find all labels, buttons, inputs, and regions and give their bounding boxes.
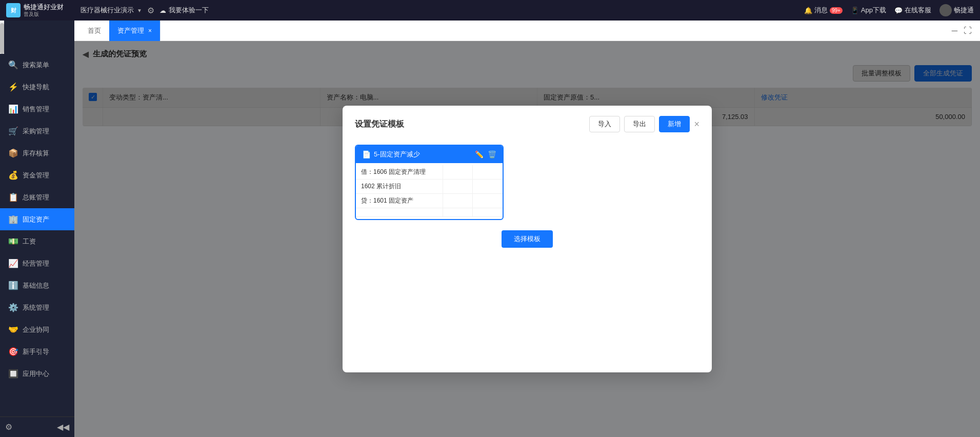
bell-icon: 🔔 xyxy=(804,7,812,14)
sidebar-item-inventory[interactable]: 📦 库存核算 xyxy=(0,142,74,164)
modal-title: 设置凭证模板 xyxy=(355,119,404,130)
sidebar-item-search[interactable]: 🔍 搜索菜单 xyxy=(0,54,74,76)
import-btn[interactable]: 导入 xyxy=(589,116,620,132)
appcenter-icon: 🔲 xyxy=(8,369,18,379)
company-selector[interactable]: 医疗器械行业演示 ▼ xyxy=(81,6,142,15)
template-card-body: 借：1606 固定资产清理 1602 累计折旧 xyxy=(356,163,503,219)
guide-icon: 🎯 xyxy=(8,347,18,356)
sidebar-item-quicknav[interactable]: ⚡ 快捷导航 xyxy=(0,76,74,98)
capital-icon: 💰 xyxy=(8,170,18,180)
logo-text: 畅捷通好业财 普及版 xyxy=(24,3,64,17)
sidebar-item-purchase[interactable]: 🛒 采购管理 xyxy=(0,120,74,142)
sidebar-item-sales[interactable]: 📊 销售管理 xyxy=(0,98,74,120)
sidebar-item-basic[interactable]: ℹ️ 基础信息 xyxy=(0,274,74,296)
debit-col-1 xyxy=(443,165,473,180)
fixed-assets-icon: 🏢 xyxy=(8,214,18,224)
top-bar-right: 🔔 消息 99+ 📱 App下载 💬 在线客服 畅捷通 xyxy=(804,4,974,16)
template-table-row-1: 借：1606 固定资产清理 xyxy=(356,165,503,180)
page-area: 首页 资产管理 × ─ ⛶ ◀ 生成的凭证预览 xyxy=(74,21,980,437)
sidebar-item-ledger[interactable]: 📋 总账管理 xyxy=(0,186,74,208)
sidebar-collapse-icon[interactable]: ◀◀ xyxy=(57,422,69,432)
template-card-header: 📄 5-固定资产减少 ✏️ 🗑️ xyxy=(356,146,503,163)
tab-asset-management[interactable]: 资产管理 × xyxy=(109,21,161,41)
credit-col-2 xyxy=(473,180,503,194)
template-header-left: 📄 5-固定资产减少 xyxy=(362,150,420,159)
content-area: ◀ 生成的凭证预览 批量调整模板 全部生成凭证 ✓ 变动类型：资产清... xyxy=(74,41,980,437)
modal-close-btn[interactable]: × xyxy=(694,119,699,130)
modal-header: 设置凭证模板 导入 导出 新增 × xyxy=(343,106,712,132)
collab-icon: 🤝 xyxy=(8,325,18,334)
dropdown-arrow-icon: ▼ xyxy=(137,8,142,13)
experience-btn[interactable]: ☁ 我要体验一下 xyxy=(159,6,209,15)
service-icon: 💬 xyxy=(894,7,903,14)
purchase-icon: 🛒 xyxy=(8,126,18,136)
credit-col-3 xyxy=(473,194,503,208)
online-service-btn[interactable]: 💬 在线客服 xyxy=(894,6,931,15)
scrollbar-thumb[interactable] xyxy=(0,23,4,54)
tab-home[interactable]: 首页 xyxy=(79,21,109,41)
top-bar: 财 畅捷通好业财 普及版 医疗器械行业演示 ▼ ⚙ ☁ 我要体验一下 🔔 消息 … xyxy=(0,0,980,21)
template-table-row-4 xyxy=(356,208,503,217)
sidebar-item-system[interactable]: ⚙️ 系统管理 xyxy=(0,296,74,319)
maximize-icon[interactable]: ⛶ xyxy=(961,26,975,35)
template-card-actions: ✏️ 🗑️ xyxy=(475,150,496,158)
system-icon: ⚙️ xyxy=(8,303,18,312)
modal-dialog: 设置凭证模板 导入 导出 新增 × xyxy=(343,106,712,372)
tab-close-icon[interactable]: × xyxy=(148,27,152,34)
inventory-icon: 📦 xyxy=(8,148,18,158)
account-col-2: 1602 累计折旧 xyxy=(356,180,443,194)
basic-info-icon: ℹ️ xyxy=(8,281,18,290)
tab-bar-right: ─ ⛶ xyxy=(949,26,980,35)
user-avatar[interactable]: 畅捷通 xyxy=(939,4,974,16)
account-col-1: 借：1606 固定资产清理 xyxy=(356,165,443,180)
download-icon: 📱 xyxy=(851,7,859,14)
credit-col-4 xyxy=(473,208,503,217)
template-card: 📄 5-固定资产减少 ✏️ 🗑️ xyxy=(355,145,504,220)
sidebar-gear-icon[interactable]: ⚙ xyxy=(5,422,12,432)
app-download-btn[interactable]: 📱 App下载 xyxy=(851,6,886,15)
avatar xyxy=(939,4,952,16)
sidebar-item-guide[interactable]: 🎯 新手引导 xyxy=(0,341,74,363)
debit-col-3 xyxy=(443,194,473,208)
template-table-row-2: 1602 累计折旧 xyxy=(356,180,503,194)
search-icon: 🔍 xyxy=(8,60,18,70)
account-col-4 xyxy=(356,208,443,217)
template-edit-icon[interactable]: ✏️ xyxy=(475,150,484,158)
app-logo: 财 畅捷通好业财 普及版 xyxy=(6,3,81,17)
sidebar-scroll: 🔍 搜索菜单 ⚡ 快捷导航 📊 销售管理 🛒 采购管理 📦 库存核算 xyxy=(0,54,74,416)
sales-icon: 📊 xyxy=(8,104,18,114)
ledger-icon: 📋 xyxy=(8,192,18,202)
export-btn[interactable]: 导出 xyxy=(624,116,655,132)
sidebar-item-capital[interactable]: 💰 资金管理 xyxy=(0,164,74,186)
top-bar-center: 医疗器械行业演示 ▼ ⚙ ☁ 我要体验一下 xyxy=(81,6,804,15)
sidebar: 🔍 搜索菜单 ⚡ 快捷导航 📊 销售管理 🛒 采购管理 📦 库存核算 xyxy=(0,21,74,437)
tab-bar: 首页 资产管理 × ─ ⛶ xyxy=(74,21,980,41)
modal-body: 📄 5-固定资产减少 ✏️ 🗑️ xyxy=(343,132,712,372)
payroll-icon: 💵 xyxy=(8,236,18,246)
settings-icon[interactable]: ⚙ xyxy=(147,6,154,15)
template-table-row-3: 贷：1601 固定资产 xyxy=(356,194,503,208)
template-name: 5-固定资产减少 xyxy=(374,150,420,159)
select-template-btn[interactable]: 选择模板 xyxy=(502,230,553,248)
sidebar-footer: ⚙ ◀◀ xyxy=(0,416,74,437)
new-template-btn[interactable]: 新增 xyxy=(659,116,690,132)
debit-col-4 xyxy=(443,208,473,217)
sidebar-item-payroll[interactable]: 💵 工资 xyxy=(0,230,74,252)
minimize-icon[interactable]: ─ xyxy=(949,26,961,35)
account-col-3: 贷：1601 固定资产 xyxy=(356,194,443,208)
logo-icon: 财 xyxy=(6,3,21,17)
notifications-btn[interactable]: 🔔 消息 99+ xyxy=(804,6,843,15)
sidebar-item-appcenter[interactable]: 🔲 应用中心 xyxy=(0,363,74,385)
template-doc-icon: 📄 xyxy=(362,150,371,158)
sidebar-item-collab[interactable]: 🤝 企业协同 xyxy=(0,319,74,341)
sidebar-item-operations[interactable]: 📈 经营管理 xyxy=(0,252,74,274)
cloud-icon: ☁ xyxy=(159,7,166,14)
sidebar-item-fixed[interactable]: 🏢 固定资产 xyxy=(0,208,74,230)
template-delete-icon[interactable]: 🗑️ xyxy=(488,150,496,158)
modal-overlay: 设置凭证模板 导入 导出 新增 × xyxy=(74,41,980,437)
debit-col-2 xyxy=(443,180,473,194)
operations-icon: 📈 xyxy=(8,259,18,268)
quicknav-icon: ⚡ xyxy=(8,82,18,92)
scrollbar-track[interactable] xyxy=(0,21,4,54)
credit-col-1 xyxy=(473,165,503,180)
